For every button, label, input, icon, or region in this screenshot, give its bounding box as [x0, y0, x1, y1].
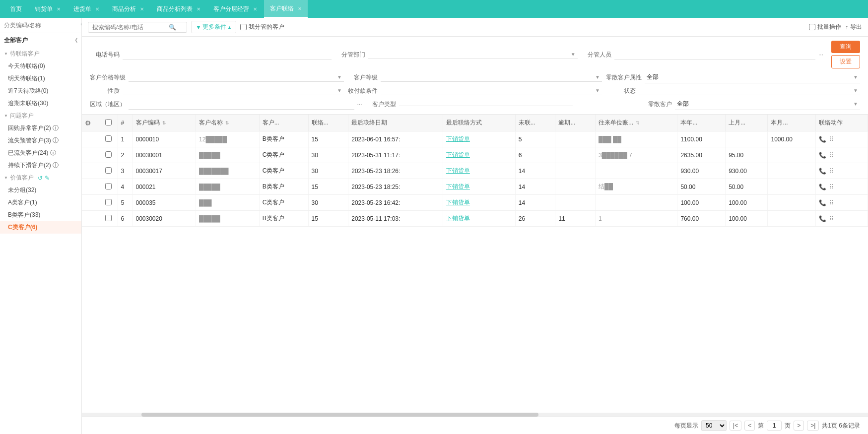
toolbar-search-input[interactable] — [92, 24, 167, 31]
nav-sales-order[interactable]: 销货单 ✕ — [29, 0, 67, 18]
nav-close-customer-segmentation[interactable]: ✕ — [253, 6, 257, 12]
row-checkbox-2[interactable] — [105, 167, 112, 174]
filter-status-select[interactable]: ▼ — [639, 86, 860, 95]
filter-phone-input[interactable] — [123, 50, 332, 60]
settings-grid-icon[interactable]: ⚙ — [85, 119, 91, 127]
select-all-checkbox[interactable] — [105, 119, 112, 125]
last-method-link-5[interactable]: 下销货单 — [446, 215, 470, 222]
nav-home[interactable]: 首页 — [4, 0, 28, 18]
next-page-btn[interactable]: > — [794, 421, 804, 431]
filter-customer-level-select[interactable]: ▼ — [381, 73, 602, 82]
sidebar-item-churn-warning[interactable]: 流失预警客户(3) ⓘ — [0, 134, 81, 147]
row-checkbox-4[interactable] — [105, 199, 112, 205]
nav-purchase-order[interactable]: 进货单 ✕ — [67, 0, 105, 18]
action-phone-icon-2[interactable]: 📞 — [819, 168, 826, 175]
sidebar-all-customers[interactable]: 全部客户 《 — [0, 33, 81, 48]
sidebar-item-a-class[interactable]: A类客户(1) — [0, 196, 81, 209]
filter-retail-customer-select[interactable]: 全部 ▼ — [675, 98, 860, 110]
first-page-btn[interactable]: |< — [730, 421, 741, 431]
sidebar-item-today[interactable]: 今天待联络(0) — [0, 60, 81, 72]
last-method-link-1[interactable]: 下销货单 — [446, 151, 470, 158]
row-checkbox-3[interactable] — [105, 183, 112, 189]
action-phone-icon-3[interactable]: 📞 — [819, 184, 826, 190]
th-settings[interactable]: ⚙ — [82, 115, 102, 131]
cell-last-method-3[interactable]: 下销货单 — [443, 179, 515, 195]
action-grid-icon-5[interactable]: ⠿ — [829, 215, 834, 222]
action-phone-icon-5[interactable]: 📞 — [819, 215, 826, 222]
nav-customer-contact[interactable]: 客户联络 ✕ — [264, 0, 308, 18]
filter-manager-input[interactable] — [614, 50, 815, 60]
last-method-link-2[interactable]: 下销货单 — [446, 167, 470, 174]
bulk-op-check[interactable] — [809, 24, 815, 30]
nav-customer-segmentation[interactable]: 客户分层经营 ✕ — [207, 0, 263, 18]
sidebar-item-7days[interactable]: 近7天待联络(0) — [0, 85, 81, 97]
last-method-link-0[interactable]: 下销货单 — [446, 135, 470, 142]
filter-region-input[interactable] — [129, 99, 354, 110]
action-grid-icon-3[interactable]: ⠿ — [829, 184, 834, 190]
sidebar-search-input[interactable] — [4, 22, 78, 29]
region-dots-icon[interactable]: ··· — [357, 101, 362, 108]
filter-value-level-select[interactable]: ▼ — [129, 73, 344, 82]
last-method-link-3[interactable]: 下销货单 — [446, 183, 470, 190]
cell-last-method-1[interactable]: 下销货单 — [443, 147, 515, 163]
th-customer-name[interactable]: 客户名称 ⇅ — [196, 115, 260, 131]
th-customer-code[interactable]: 客户编码 ⇅ — [133, 115, 196, 131]
nav-close-sales-order[interactable]: ✕ — [57, 6, 61, 12]
nav-product-analysis[interactable]: 商品分析 ✕ — [106, 0, 150, 18]
query-button[interactable]: 查询 — [831, 41, 860, 53]
manager-dots-icon[interactable]: ··· — [818, 51, 823, 58]
action-phone-icon-1[interactable]: 📞 — [819, 152, 826, 159]
edit-icon[interactable]: ✎ — [45, 175, 50, 182]
nav-close-purchase-order[interactable]: ✕ — [95, 6, 99, 12]
action-grid-icon-2[interactable]: ⠿ — [829, 168, 834, 175]
row-checkbox-1[interactable] — [105, 151, 112, 158]
sidebar-item-unclassified[interactable]: 未分组(32) — [0, 184, 81, 196]
export-btn[interactable]: ↑ 导出 — [845, 23, 862, 31]
my-customers-checkbox[interactable]: 我分管的客户 — [240, 23, 284, 31]
more-conditions-btn[interactable]: ▼ 更多条件 ▲ — [191, 21, 236, 33]
horizontal-scrollbar[interactable] — [82, 413, 868, 417]
row-checkbox-5[interactable] — [105, 215, 112, 221]
page-number-input[interactable] — [767, 421, 782, 431]
sidebar-item-repurchase-abnormal[interactable]: 回购异常客户(2) ⓘ — [0, 122, 81, 134]
sidebar-item-c-class[interactable]: C类客户(6) — [0, 221, 81, 234]
my-customers-check[interactable] — [240, 24, 247, 30]
nav-close-product-analysis[interactable]: ✕ — [140, 6, 144, 12]
cell-this-year-5: 760.00 — [677, 211, 726, 227]
nav-close-customer-contact[interactable]: ✕ — [298, 6, 302, 11]
filter-customer-type-select[interactable] — [399, 103, 573, 106]
cell-last-method-5[interactable]: 下销货单 — [443, 211, 515, 227]
sidebar-item-overdue[interactable]: 逾期未联络(30) — [0, 97, 81, 110]
sidebar-item-tomorrow[interactable]: 明天待联络(1) — [0, 72, 81, 85]
filter-retail-attr-select[interactable]: 全部 ▼ — [645, 71, 860, 83]
filter-gender-select[interactable]: ▼ — [123, 86, 344, 95]
row-checkbox-0[interactable] — [105, 135, 112, 142]
action-phone-icon-4[interactable]: 📞 — [819, 199, 826, 206]
per-page-select[interactable]: 50 100 200 — [701, 420, 727, 431]
cell-checkbox-1 — [102, 147, 118, 163]
action-grid-icon-0[interactable]: ⠿ — [829, 136, 834, 143]
sidebar-item-declining[interactable]: 持续下滑客户(2) ⓘ — [0, 159, 81, 172]
sidebar-item-b-class[interactable]: B类客户(33) — [0, 209, 81, 221]
th-account[interactable]: 往来单位账... ⇅ — [596, 115, 677, 131]
action-phone-icon-0[interactable]: 📞 — [819, 136, 826, 143]
refresh-icon[interactable]: ↺ — [38, 175, 43, 182]
toolbar-search-icon[interactable]: 🔍 — [169, 24, 176, 31]
bulk-operation-btn[interactable]: 批量操作 — [809, 23, 841, 31]
prev-page-btn[interactable]: < — [744, 421, 755, 431]
cell-last-method-0[interactable]: 下销货单 — [443, 131, 515, 147]
cell-this-month-3 — [768, 179, 816, 195]
cell-last-method-4[interactable]: 下销货单 — [443, 195, 515, 211]
nav-close-product-analysis-list[interactable]: ✕ — [197, 6, 200, 12]
sidebar-item-churned[interactable]: 已流失客户(24) ⓘ — [0, 147, 81, 159]
last-page-btn[interactable]: >| — [807, 421, 819, 431]
filter-payment-select[interactable]: ▼ — [381, 86, 602, 95]
action-grid-icon-4[interactable]: ⠿ — [829, 199, 834, 206]
last-method-link-4[interactable]: 下销货单 — [446, 199, 470, 206]
cell-last-method-2[interactable]: 下销货单 — [443, 163, 515, 179]
filter-dept-select[interactable]: ▼ — [368, 50, 577, 59]
nav-product-analysis-list[interactable]: 商品分析列表 ✕ — [151, 0, 206, 18]
scrollbar-thumb[interactable] — [141, 413, 538, 417]
action-grid-icon-1[interactable]: ⠿ — [829, 152, 834, 159]
settings-button[interactable]: 设置 — [831, 55, 860, 68]
